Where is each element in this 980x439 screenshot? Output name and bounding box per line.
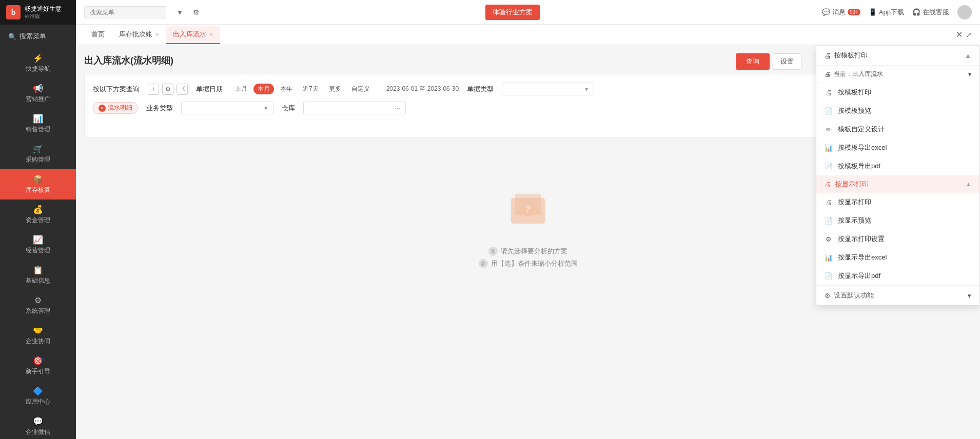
search-menu-item[interactable]: 🔍 搜索菜单 xyxy=(4,29,72,44)
hint-num-2: ② xyxy=(479,259,488,268)
sidebar-item-operations[interactable]: 📈经营管理 xyxy=(0,230,76,260)
date-tab-上月[interactable]: 上月 xyxy=(231,84,251,94)
footer-left: ⚙ 设置默认功能 xyxy=(825,291,874,300)
sidebar-item-enterprise[interactable]: 🤝企业协同 xyxy=(0,321,76,351)
industry-btn[interactable]: 体验行业方案 xyxy=(485,5,540,20)
user-avatar[interactable] xyxy=(957,5,972,19)
basic-label: 基础信息 xyxy=(26,276,50,285)
filter-scheme-label: 按以下方案查询 xyxy=(93,85,140,94)
display-section-icon: 🖨 xyxy=(825,181,831,188)
filter-tag: ✦ 流水明细 xyxy=(93,102,138,114)
template-design-label: 模板自定义设计 xyxy=(838,125,885,134)
empty-icon: ? xyxy=(502,185,554,236)
display-settings-label: 按显示打印设置 xyxy=(838,234,885,244)
app-download-item[interactable]: 📱 App下载 xyxy=(869,8,904,17)
sidebar-item-inventory[interactable]: 📦库存核算 xyxy=(0,169,76,199)
display-section-header[interactable]: 🖨 按显示打印 ▲ xyxy=(816,175,979,193)
template-print-icon: 🖨 xyxy=(825,89,833,96)
marketing-icon: 📢 xyxy=(33,84,43,93)
date-tabs: 上月本月本年近7天更多自定义 xyxy=(231,84,374,94)
template-pdf-label: 按模板导出pdf xyxy=(838,162,880,171)
date-tab-近7天[interactable]: 近7天 xyxy=(299,84,323,94)
download-icon: 📱 xyxy=(869,8,877,16)
dropdown-title: 按模板打印 xyxy=(834,51,868,60)
current-label: 当前：出入库流水 xyxy=(834,70,883,78)
current-label-group: 🖨 当前：出入库流水 xyxy=(825,70,883,78)
headset-icon: 🎧 xyxy=(912,8,920,16)
date-tab-本月[interactable]: 本月 xyxy=(253,84,274,94)
template-excel-item[interactable]: 📊 按模板导出excel xyxy=(816,138,979,157)
filter-collapse-btn[interactable]: 《 xyxy=(177,84,188,95)
dropdown-header: 🖨 按模板打印 ▲ xyxy=(816,46,979,66)
dropdown-current: 🖨 当前：出入库流水 ▾ xyxy=(816,66,979,83)
message-label: 消息 xyxy=(832,8,846,17)
display-pdf-item[interactable]: 📄 按显示导出pdf xyxy=(816,267,979,285)
maximize-icon[interactable]: ⤢ xyxy=(966,31,972,39)
sidebar-item-apps[interactable]: 🔷应用中心 xyxy=(0,381,76,411)
gear-icon[interactable]: ⚙ xyxy=(189,5,203,19)
empty-hint-2-text: 用【选】条件来缩小分析范围 xyxy=(491,259,578,268)
doc-type-select[interactable]: ▾ xyxy=(502,83,594,95)
display-excel-item[interactable]: 📊 按显示导出excel xyxy=(816,248,979,267)
dropdown-icon[interactable]: ▾ xyxy=(172,5,187,19)
finance-label: 资金管理 xyxy=(26,216,50,225)
sidebar-item-basic[interactable]: 📋基础信息 xyxy=(0,260,76,290)
warehouse-label: 仓库 xyxy=(282,104,295,113)
filter-settings-btn[interactable]: ⚙ xyxy=(162,84,173,95)
enterprise-label: 企业协同 xyxy=(26,337,50,346)
biz-type-chevron: ▾ xyxy=(264,104,268,112)
tab-home[interactable]: 首页 xyxy=(84,26,112,44)
tab-close-batch-account[interactable]: × xyxy=(155,31,159,37)
date-tab-更多[interactable]: 更多 xyxy=(325,84,345,94)
footer-icon: ⚙ xyxy=(825,292,831,300)
sidebar-item-sales[interactable]: 📊销售管理 xyxy=(0,109,76,139)
template-preview-item[interactable]: 📄 按模板预览 xyxy=(816,102,979,120)
sidebar-item-finance[interactable]: 💰资金管理 xyxy=(0,199,76,230)
page-title: 出入库流水(流水明细) xyxy=(84,54,173,67)
date-tab-自定义[interactable]: 自定义 xyxy=(347,84,374,94)
chevron-up-icon3[interactable]: ▲ xyxy=(965,52,971,59)
online-service-label: 在线客服 xyxy=(923,8,949,17)
footer-chevron: ▾ xyxy=(968,292,971,300)
display-settings-icon: ⚙ xyxy=(825,235,833,243)
warehouse-select[interactable]: ··· xyxy=(303,102,406,114)
query-btn[interactable]: 查询 xyxy=(736,53,770,70)
template-print-item[interactable]: 🖨 按模板打印 xyxy=(816,83,979,102)
sidebar-item-quick-nav[interactable]: ⚡快捷导航 xyxy=(0,48,76,78)
finance-icon: 💰 xyxy=(33,205,43,214)
sidebar-search-area: 🔍 搜索菜单 xyxy=(0,25,76,48)
tab-batch-account[interactable]: 库存批次账× xyxy=(112,26,166,44)
current-chevron[interactable]: ▾ xyxy=(968,71,971,78)
display-preview-item[interactable]: 📄 按显示预览 xyxy=(816,211,979,230)
display-settings-item[interactable]: ⚙ 按显示打印设置 xyxy=(816,230,979,248)
sidebar-item-marketing[interactable]: 📢营销推广 xyxy=(0,78,76,109)
sales-icon: 📊 xyxy=(33,114,43,124)
inventory-icon: 📦 xyxy=(33,174,43,184)
online-service-item[interactable]: 🎧 在线客服 xyxy=(912,8,949,17)
doc-type-chevron: ▾ xyxy=(585,85,589,93)
message-item[interactable]: 💬 消息 99+ xyxy=(822,8,860,17)
tab-flow[interactable]: 出入库流水× xyxy=(166,26,220,44)
tab-label-home: 首页 xyxy=(91,30,105,39)
biz-type-select[interactable]: ▾ xyxy=(181,102,273,114)
sidebar-nav: ⚡快捷导航📢营销推广📊销售管理🛒采购管理📦库存核算💰资金管理📈经营管理📋基础信息… xyxy=(0,48,76,439)
sidebar-item-system[interactable]: ⚙系统管理 xyxy=(0,290,76,321)
empty-hint-2: ② 用【选】条件来缩小分析范围 xyxy=(479,259,578,268)
tab-close-flow[interactable]: × xyxy=(209,31,212,37)
filter-tag-label: 流水明细 xyxy=(108,104,132,112)
close-window-icon[interactable]: ✕ xyxy=(956,30,963,39)
setting-btn[interactable]: 设置 xyxy=(773,53,801,70)
topbar-search-input[interactable] xyxy=(84,6,166,18)
sales-label: 销售管理 xyxy=(26,125,50,134)
sidebar-item-guide[interactable]: 🎯新手引导 xyxy=(0,351,76,381)
template-pdf-item[interactable]: 📄 按模板导出pdf xyxy=(816,157,979,175)
date-tab-本年[interactable]: 本年 xyxy=(276,84,297,94)
content-area: 出入库流水(流水明细) 🖨 按模板打印 ▲ ↑ 导出 ↺ 刷新 xyxy=(76,45,980,439)
sidebar-item-wechat[interactable]: 💬企业微信 xyxy=(0,411,76,439)
operations-icon: 📈 xyxy=(33,235,43,245)
dropdown-footer[interactable]: ⚙ 设置默认功能 ▾ xyxy=(816,285,979,305)
template-design-item[interactable]: ✏ 模板自定义设计 xyxy=(816,120,979,138)
filter-add-btn[interactable]: ＋ xyxy=(148,84,159,95)
display-print-item[interactable]: 🖨 按显示打印 xyxy=(816,193,979,211)
sidebar-item-purchase[interactable]: 🛒采购管理 xyxy=(0,139,76,169)
